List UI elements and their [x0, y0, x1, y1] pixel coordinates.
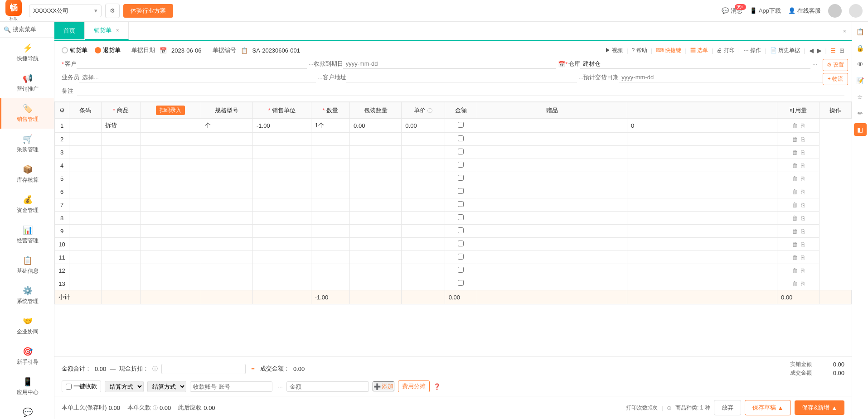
row-pack-qty[interactable]: [311, 159, 350, 172]
discount-info-icon[interactable]: ⓘ: [152, 365, 158, 373]
save-draft-arrow[interactable]: ▲: [778, 405, 784, 411]
prev-record-icon[interactable]: ◀: [809, 47, 814, 54]
row-amount[interactable]: [402, 212, 445, 225]
radio-return-order[interactable]: 退货单: [95, 46, 121, 54]
save-draft-btn[interactable]: 保存草稿 ▲: [745, 400, 791, 415]
row-quantity[interactable]: [253, 212, 311, 225]
payment-method-select[interactable]: 结算方式: [105, 381, 144, 392]
row-quantity[interactable]: [253, 277, 311, 290]
row-gift-checkbox[interactable]: [458, 241, 464, 246]
row-unit[interactable]: [201, 146, 252, 159]
doc-num-icon[interactable]: 📋: [241, 47, 248, 54]
delete-icon[interactable]: 🗑: [792, 202, 798, 208]
row-spec[interactable]: [140, 264, 201, 277]
expense-help-icon[interactable]: ❓: [433, 383, 441, 390]
row-gift-checkbox[interactable]: [458, 135, 464, 141]
row-gift[interactable]: [445, 251, 477, 264]
row-gift-checkbox[interactable]: [458, 227, 464, 233]
copy-icon[interactable]: ⎘: [801, 241, 805, 248]
delete-icon[interactable]: 🗑: [792, 162, 798, 169]
delete-icon[interactable]: 🗑: [792, 188, 798, 195]
delete-icon[interactable]: 🗑: [792, 215, 798, 222]
row-barcode[interactable]: [69, 185, 102, 198]
settings-panel-btn[interactable]: ⚙ 设置: [823, 59, 848, 71]
sidebar-item-sales[interactable]: 🏷️ 销售管理: [0, 98, 54, 129]
sidebar-item-purchase[interactable]: 🛒 采购管理: [0, 129, 54, 159]
delete-icon[interactable]: 🗑: [792, 122, 798, 129]
tab-sales-order[interactable]: 销货单 ×: [85, 22, 129, 40]
row-product[interactable]: 拆货: [102, 119, 141, 133]
row-product[interactable]: [102, 146, 141, 159]
row-barcode[interactable]: [69, 264, 102, 277]
row-quantity[interactable]: [253, 264, 311, 277]
row-unit[interactable]: [201, 264, 252, 277]
row-product[interactable]: [102, 238, 141, 251]
row-gift[interactable]: [445, 198, 477, 212]
single-debt-info[interactable]: ⓘ: [153, 405, 158, 411]
delete-icon[interactable]: 🗑: [792, 136, 798, 143]
row-unit[interactable]: [201, 251, 252, 264]
row-spec[interactable]: [140, 119, 201, 133]
bank-account-input[interactable]: [190, 381, 272, 392]
row-gift[interactable]: [445, 146, 477, 159]
delete-icon[interactable]: 🗑: [792, 228, 798, 235]
one-click-pay-check[interactable]: [66, 384, 72, 390]
row-spec[interactable]: [140, 159, 201, 172]
sidebar-item-enterprise[interactable]: 🤝 企业协同: [0, 311, 54, 341]
tab-bar-close[interactable]: ×: [843, 28, 852, 34]
row-gift[interactable]: [445, 159, 477, 172]
row-amount[interactable]: [402, 172, 445, 185]
due-date-input[interactable]: [343, 59, 557, 69]
customer-addr-input[interactable]: [346, 72, 577, 82]
row-unit-price[interactable]: [350, 159, 402, 172]
copy-icon[interactable]: ⎘: [801, 267, 805, 274]
row-quantity[interactable]: [253, 225, 311, 238]
row-gift-checkbox[interactable]: [458, 214, 464, 220]
copy-icon[interactable]: ⎘: [801, 162, 805, 169]
row-barcode[interactable]: [69, 277, 102, 290]
row-gift[interactable]: [445, 212, 477, 225]
row-unit[interactable]: [201, 159, 252, 172]
delete-icon[interactable]: 🗑: [792, 175, 798, 182]
row-unit-price[interactable]: [350, 264, 402, 277]
row-product[interactable]: [102, 225, 141, 238]
row-gift[interactable]: [445, 133, 477, 146]
right-icon-eye[interactable]: 👁: [854, 58, 867, 71]
toolbar-video-btn[interactable]: ▶ 视频: [605, 47, 623, 54]
copy-icon[interactable]: ⎘: [801, 254, 805, 261]
warehouse-ellipsis[interactable]: ···: [812, 61, 817, 67]
right-icon-orange[interactable]: ◧: [854, 123, 867, 136]
row-quantity[interactable]: [253, 198, 311, 212]
row-unit[interactable]: [201, 212, 252, 225]
save-new-btn[interactable]: 保存&新增 ▲: [795, 400, 844, 415]
radio-sales-order[interactable]: 销货单: [62, 46, 87, 54]
row-gift[interactable]: [445, 119, 477, 133]
row-gift[interactable]: [445, 172, 477, 185]
customer-ellipsis[interactable]: ···: [309, 61, 314, 67]
grid-view-icon[interactable]: ⊞: [839, 47, 844, 54]
row-pack-qty[interactable]: [311, 185, 350, 198]
row-product[interactable]: [102, 264, 141, 277]
row-spec[interactable]: [140, 277, 201, 290]
cash-discount-input[interactable]: [161, 364, 246, 374]
row-amount[interactable]: [402, 264, 445, 277]
row-barcode[interactable]: [69, 238, 102, 251]
avatar[interactable]: [828, 4, 842, 18]
copy-icon[interactable]: ⎘: [801, 188, 805, 195]
row-pack-qty[interactable]: [311, 238, 350, 251]
copy-icon[interactable]: ⎘: [801, 136, 805, 143]
row-barcode[interactable]: [69, 172, 102, 185]
logistics-panel-btn[interactable]: + 物流: [823, 73, 848, 85]
due-date-cal-icon[interactable]: 📅: [558, 61, 565, 67]
row-amount[interactable]: [402, 185, 445, 198]
row-quantity[interactable]: [253, 185, 311, 198]
row-amount[interactable]: [402, 251, 445, 264]
row-gift-checkbox[interactable]: [458, 188, 464, 194]
message-btn[interactable]: 💬 消息 99+: [722, 7, 742, 15]
online-service-btn[interactable]: 👤 在线客服: [788, 7, 821, 15]
row-barcode[interactable]: [69, 225, 102, 238]
delete-icon[interactable]: 🗑: [792, 254, 798, 261]
row-spec[interactable]: [140, 251, 201, 264]
row-unit-price[interactable]: [350, 225, 402, 238]
copy-icon[interactable]: ⎘: [801, 175, 805, 182]
